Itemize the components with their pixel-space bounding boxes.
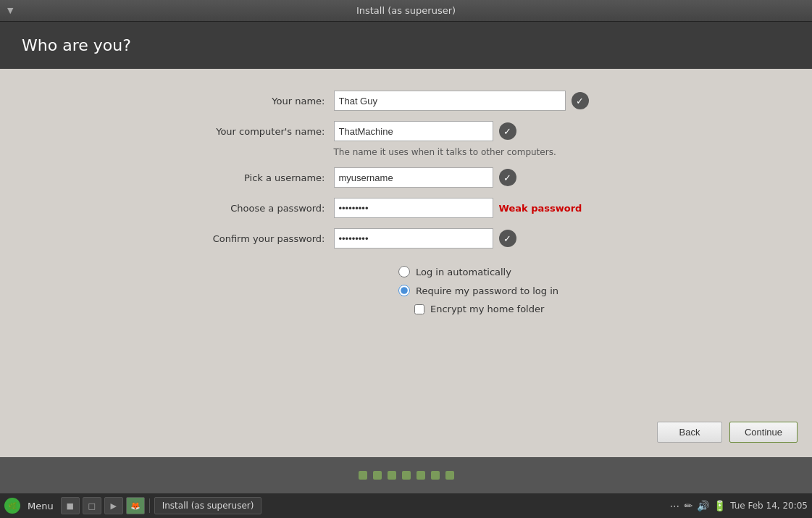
name-input[interactable] — [334, 91, 566, 111]
password-label: Choose a password: — [189, 203, 334, 214]
encrypt-row: Encrypt my home folder — [414, 304, 558, 314]
taskbar-btn-3-icon: ▶ — [110, 501, 116, 511]
taskbar-btn-1-icon: ■ — [67, 501, 74, 511]
computer-input-wrap — [334, 121, 624, 141]
progress-dot-4 — [402, 471, 411, 480]
systray-battery-icon: 🔋 — [713, 500, 726, 511]
confirm-label: Confirm your password: — [189, 233, 334, 244]
progress-dot-6 — [431, 471, 440, 480]
confirm-input[interactable] — [334, 228, 493, 248]
systray-time: Tue Feb 14, 20:05 — [730, 501, 808, 511]
username-check-icon — [499, 169, 516, 186]
confirm-check-icon — [499, 230, 516, 247]
button-row: Back Continue — [14, 407, 798, 443]
systray-pen-icon: ✏ — [684, 500, 692, 511]
computer-label: Your computer's name: — [189, 126, 334, 137]
taskbar-separator — [149, 498, 150, 513]
computer-row: Your computer's name: — [189, 121, 624, 141]
login-auto-row: Log in automatically — [398, 266, 558, 277]
taskbar-btn-3[interactable]: ▶ — [104, 497, 123, 514]
taskbar-btn-1[interactable]: ■ — [61, 497, 80, 514]
encrypt-label: Encrypt my home folder — [430, 304, 544, 314]
taskbar-app-label: Install (as superuser) — [162, 501, 254, 511]
password-input-wrap: Weak password — [334, 198, 624, 218]
login-password-row: Require my password to log in — [398, 285, 558, 296]
taskbar-btn-2-icon: □ — [88, 501, 96, 511]
content-area: Your name: Your computer's name: The nam… — [0, 69, 812, 457]
taskbar-btn-4-icon: 🦊 — [130, 501, 141, 511]
systray-volume-icon: 🔊 — [697, 500, 709, 511]
username-input[interactable] — [334, 167, 493, 188]
systray-dots-icon: ⋯ — [669, 500, 679, 511]
progress-dots — [0, 457, 812, 493]
password-input[interactable] — [334, 198, 493, 218]
titlebar-menu-icon[interactable]: ▼ — [7, 6, 13, 15]
main-window: Who are you? Your name: Your computer's … — [0, 22, 812, 493]
progress-dot-5 — [417, 471, 425, 480]
computer-hint: The name it uses when it talks to other … — [334, 147, 556, 157]
menu-label: Menu — [28, 501, 54, 511]
taskbar-btn-4[interactable]: 🦊 — [126, 497, 145, 514]
confirm-row: Confirm your password: — [189, 228, 624, 248]
taskbar-app[interactable]: Install (as superuser) — [154, 497, 262, 514]
confirm-input-wrap — [334, 228, 624, 248]
page-title: Who are you? — [22, 36, 131, 54]
menu-button[interactable]: Menu — [23, 499, 58, 513]
name-input-wrap — [334, 91, 624, 111]
weak-password-label: Weak password — [499, 203, 582, 214]
login-password-label: Require my password to log in — [416, 285, 558, 296]
name-row: Your name: — [189, 91, 624, 111]
login-auto-label: Log in automatically — [416, 267, 511, 277]
encrypt-checkbox[interactable] — [414, 304, 424, 314]
computer-check-icon — [499, 122, 516, 140]
username-input-wrap — [334, 167, 624, 188]
name-check-icon — [572, 92, 589, 109]
taskbar: 🌿 Menu ■ □ ▶ 🦊 Install (as superuser) ⋯ … — [0, 493, 812, 518]
progress-dot-3 — [388, 471, 396, 480]
computer-hint-row: The name it uses when it talks to other … — [189, 144, 624, 157]
back-button[interactable]: Back — [657, 422, 722, 443]
password-row: Choose a password: Weak password — [189, 198, 624, 218]
titlebar-title: Install (as superuser) — [356, 5, 456, 16]
page-header: Who are you? — [0, 22, 812, 69]
taskbar-btn-2[interactable]: □ — [83, 497, 101, 514]
systray: ⋯ ✏ 🔊 🔋 Tue Feb 14, 20:05 — [669, 500, 808, 511]
name-label: Your name: — [189, 96, 334, 106]
form-area: Your name: Your computer's name: The nam… — [14, 91, 798, 314]
computer-input[interactable] — [334, 121, 493, 141]
progress-dot-7 — [445, 471, 454, 480]
username-label: Pick a username: — [189, 172, 334, 183]
login-auto-radio[interactable] — [398, 266, 410, 277]
options-section: Log in automatically Require my password… — [398, 266, 558, 314]
username-row: Pick a username: — [189, 167, 624, 188]
titlebar: ▼ Install (as superuser) — [0, 0, 812, 22]
taskbar-logo: 🌿 — [4, 498, 20, 514]
progress-dot-2 — [373, 471, 382, 480]
progress-dot-1 — [359, 471, 367, 480]
continue-button[interactable]: Continue — [729, 422, 798, 443]
login-password-radio[interactable] — [398, 285, 410, 296]
